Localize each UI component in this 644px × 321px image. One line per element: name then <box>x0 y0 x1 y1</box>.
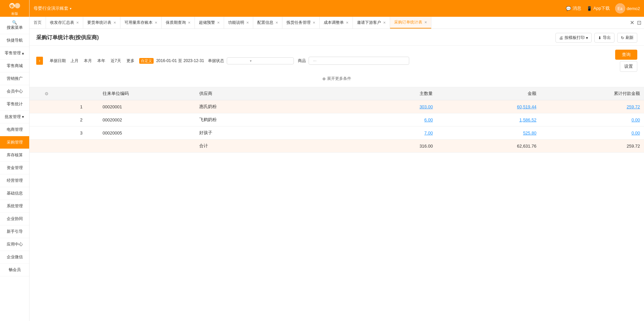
sidebar-item-ecommerce[interactable]: 电商管理 <box>0 123 29 136</box>
sidebar-item-label-basic-info: 基础信息 <box>1 191 28 196</box>
sidebar-item-finance[interactable]: 资金管理 <box>0 162 29 174</box>
workspace-selector[interactable]: 母婴行业演示账套 ▾ <box>34 5 71 11</box>
amount-link[interactable]: 1,586.52 <box>520 117 537 122</box>
paid-link[interactable]: 259.72 <box>627 104 640 109</box>
sidebar-item-retail-shop[interactable]: 零售商城 <box>0 60 29 72</box>
sidebar-item-enterprise[interactable]: 企业协同 <box>0 213 29 225</box>
tab-overstock-warning[interactable]: 超储预警 ✕ <box>195 17 224 29</box>
tab-close-icon-4[interactable]: ✕ <box>188 21 191 24</box>
shortcut-7-days[interactable]: 近7天 <box>109 57 123 64</box>
sidebar-item-new-guide[interactable]: 新手引导 <box>0 225 29 238</box>
sidebar-item-wechat[interactable]: 企业微信 <box>0 251 29 264</box>
tab-close-icon[interactable]: ✕ <box>76 21 79 24</box>
shortcut-more[interactable]: 更多 <box>124 57 137 64</box>
tab-close-icon-10[interactable]: ✕ <box>383 21 386 24</box>
app-download-button[interactable]: 📱 App下载 <box>587 5 610 11</box>
print-button[interactable]: 🖨 按模板打印 ▾ <box>555 33 592 43</box>
settings-button[interactable]: 设置 <box>620 61 637 72</box>
tab-close-icon-8[interactable]: ✕ <box>313 21 315 24</box>
tab-purchase-stats[interactable]: 采购订单统计表 ✕ <box>390 17 431 29</box>
qty-link[interactable]: 6.00 <box>424 117 433 122</box>
filter-row-1: › 单据日期 上月 本月 本年 近7天 更多 自定义 2016-01-01 <box>36 50 637 72</box>
print-label: 按模板打印 <box>565 35 585 41</box>
total-amount-cell: 62,631.76 <box>437 140 540 153</box>
date-range: 2016-01-01 至 2023-12-31 <box>156 58 204 64</box>
date-from[interactable]: 2016-01-01 <box>156 58 177 63</box>
app-download-label: App下载 <box>593 5 610 11</box>
th-code: 往来单位编码 <box>99 87 195 100</box>
sidebar-item-basic-info[interactable]: 基础信息 <box>0 187 29 200</box>
shortcut-this-year[interactable]: 本年 <box>95 57 107 64</box>
logo-icon: 畅 <box>9 1 21 11</box>
tab-close-icon-5[interactable]: ✕ <box>217 21 220 24</box>
tab-close-icon-9[interactable]: ✕ <box>346 21 348 24</box>
tab-home[interactable]: 首页 <box>30 17 46 29</box>
tab-invite-downstream[interactable]: 邀请下游客户 ✕ <box>353 17 390 29</box>
tab-pickup-task[interactable]: 拣货任务管理 ✕ <box>282 17 320 29</box>
tab-pickup-task-label: 拣货任务管理 <box>286 20 311 25</box>
th-paid-label: 累计付款金额 <box>614 91 640 96</box>
tab-close-icon-3[interactable]: ✕ <box>155 21 157 24</box>
refresh-button[interactable]: ↻ 刷新 <box>617 33 637 43</box>
tab-available-stock[interactable]: 可用量库存账本 ✕ <box>120 17 162 29</box>
qty-link[interactable]: 303.00 <box>420 104 433 109</box>
date-shortcuts: 上月 本月 本年 近7天 更多 <box>68 57 137 64</box>
date-to[interactable]: 2023-12-31 <box>183 58 204 63</box>
goods-select[interactable]: ··· <box>309 57 409 65</box>
sidebar-item-retail[interactable]: 零售管理 ▲ <box>0 47 29 60</box>
page-inner: 采购订单统计表(按供应商) 🖨 按模板打印 ▾ ⬇ 导出 ↻ 刷新 <box>30 29 644 321</box>
top-bar-left: 母婴行业演示账套 ▾ <box>34 5 563 11</box>
sidebar-item-operations[interactable]: 经营管理 <box>0 174 29 187</box>
svg-text:Ea: Ea <box>618 6 623 11</box>
user-profile[interactable]: Ea demo2 <box>615 3 640 13</box>
qty-link[interactable]: 7.00 <box>424 130 433 136</box>
tab-goods-stats[interactable]: 要货单统计表 ✕ <box>83 17 120 29</box>
paid-link[interactable]: 0.00 <box>632 117 640 122</box>
app-subtitle: 标版 <box>11 11 18 16</box>
status-select[interactable]: ▾ <box>227 57 294 64</box>
chevron-down-icon: ▲ <box>21 51 25 55</box>
main-content: 母婴行业演示账套 ▾ 💬 消息 📱 App下载 Ea demo2 <box>30 0 644 321</box>
tab-function-desc[interactable]: 功能说明 ✕ <box>224 17 253 29</box>
shortcut-this-month[interactable]: 本月 <box>82 57 94 64</box>
paid-link[interactable]: 0.00 <box>632 130 640 136</box>
tab-cost-adjust[interactable]: 成本调整单 ✕ <box>320 17 353 29</box>
sidebar-item-retail-stats[interactable]: 零售统计 <box>0 98 29 111</box>
row-qty-cell: 6.00 <box>333 113 437 126</box>
tab-close-icon-6[interactable]: ✕ <box>246 21 249 24</box>
sidebar-item-app-center[interactable]: 应用中心 <box>0 238 29 251</box>
sidebar-item-member[interactable]: 会员中心 <box>0 85 29 98</box>
sidebar-item-wholesale[interactable]: 批发管理 ▼ <box>0 111 29 123</box>
message-button[interactable]: 💬 消息 <box>566 5 581 11</box>
tab-close-icon-2[interactable]: ✕ <box>113 21 116 24</box>
th-qty-label: 主数量 <box>420 91 433 96</box>
export-button[interactable]: ⬇ 导出 <box>594 33 614 43</box>
tab-warranty-query[interactable]: 保质期查询 ✕ <box>162 17 195 29</box>
sidebar-item-inventory[interactable]: 库存核算 <box>0 149 29 162</box>
row-supplier-cell: 好孩子 <box>195 126 333 140</box>
shortcut-last-month[interactable]: 上月 <box>68 57 80 64</box>
tab-close-icon-11[interactable]: ✕ <box>424 20 427 24</box>
tab-receive-summary[interactable]: 收发存汇总表 ✕ <box>46 17 83 29</box>
row-settings-cell <box>30 126 64 140</box>
tab-maximize-icon[interactable]: ⊡ <box>637 19 641 26</box>
th-paid: 累计付款金额 <box>540 87 644 100</box>
amount-link[interactable]: 525.80 <box>523 130 536 136</box>
row-supplier-cell: 惠氏奶粉 <box>195 100 333 113</box>
th-amount: 金额 <box>437 87 540 100</box>
amount-link[interactable]: 60,519.44 <box>517 104 536 109</box>
sidebar-item-search[interactable]: 🔍 搜索菜单 <box>0 17 29 34</box>
expand-filter-button[interactable]: ⊕ 展开更多条件 <box>322 76 351 82</box>
query-button[interactable]: 查询 <box>615 50 637 60</box>
print-chevron-icon: ▾ <box>586 36 588 40</box>
sidebar-item-purchase[interactable]: 采购管理 <box>0 136 29 149</box>
tab-close-icon-7[interactable]: ✕ <box>275 21 278 24</box>
sidebar-item-member2[interactable]: 畅会员 <box>0 264 29 276</box>
tab-close-all-icon[interactable]: ✕ <box>630 19 634 26</box>
sidebar-item-shortcut[interactable]: 快捷导航 <box>0 34 29 47</box>
th-settings[interactable]: ⚙ <box>30 87 64 100</box>
filter-toggle-icon[interactable]: › <box>36 57 43 65</box>
sidebar-item-system[interactable]: 系统管理 <box>0 200 29 213</box>
sidebar-item-marketing[interactable]: 营销推广 <box>0 72 29 85</box>
tab-config-info[interactable]: 配置信息 ✕ <box>253 17 282 29</box>
